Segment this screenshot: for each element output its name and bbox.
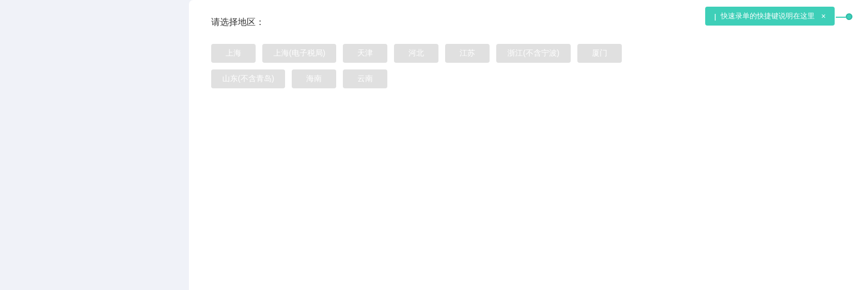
region-btn-tianjin[interactable]: 天津 — [343, 44, 387, 63]
left-sidebar — [0, 0, 189, 290]
region-btn-jiangsu[interactable]: 江苏 — [445, 44, 490, 63]
region-btn-hainan[interactable]: 海南 — [292, 69, 336, 88]
region-row-1: 上海上海(电子税局)天津河北江苏浙江(不含宁波)厦门 — [211, 44, 846, 63]
region-btn-shandong[interactable]: 山东(不含青岛) — [211, 69, 285, 88]
region-row-2: 山东(不含青岛)海南云南 — [211, 69, 846, 88]
region-btn-hebei[interactable]: 河北 — [394, 44, 438, 63]
tooltip-text: 快速录单的快捷键说明在这里 — [721, 11, 815, 21]
main-content: 请选择地区： 上海上海(电子税局)天津河北江苏浙江(不含宁波)厦门 山东(不含青… — [189, 0, 868, 290]
region-btn-shanghai-esb[interactable]: 上海(电子税局) — [262, 44, 336, 63]
region-btn-shanghai[interactable]: 上海 — [211, 44, 256, 63]
region-btn-zhejiang[interactable]: 浙江(不含宁波) — [496, 44, 570, 63]
region-btn-yunnan[interactable]: 云南 — [343, 69, 387, 88]
tooltip-close-button[interactable]: × — [821, 12, 826, 21]
region-btn-xiamen[interactable]: 厦门 — [577, 44, 622, 63]
tooltip-banner: 快速录单的快捷键说明在这里 × — [705, 7, 835, 26]
tooltip-connector-line — [836, 17, 846, 18]
tooltip-dot — [846, 13, 852, 20]
